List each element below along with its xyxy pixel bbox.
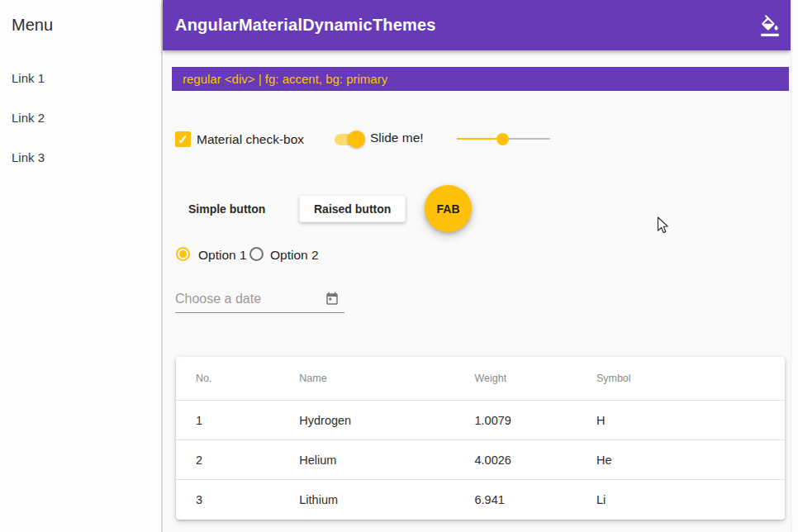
datepicker-toggle-button[interactable] — [325, 292, 340, 306]
elements-table: No. Name Weight Symbol 1 Hydrogen 1.0079… — [176, 357, 785, 520]
table-row: 3 Lithium 6.941 Li — [176, 479, 785, 519]
cell-symbol: He — [577, 454, 785, 467]
date-placeholder: Choose a date — [175, 292, 261, 306]
format-color-fill-icon — [759, 15, 781, 36]
banner-text: regular <div> | fg: accent, bg: primary — [172, 72, 387, 86]
table-row: 1 Hydrogen 1.0079 H — [176, 400, 785, 439]
cell-name: Helium — [279, 454, 454, 467]
column-header-name: Name — [279, 373, 454, 384]
theme-fill-button[interactable] — [756, 12, 784, 40]
simple-button[interactable]: Simple button — [176, 194, 278, 224]
scrollbar[interactable] — [791, 0, 798, 532]
theme-demo-banner: regular <div> | fg: accent, bg: primary — [172, 67, 789, 91]
cell-symbol: H — [577, 414, 785, 427]
mouse-cursor-icon — [657, 216, 669, 235]
cell-name: Hydrogen — [279, 414, 454, 427]
cell-no: 2 — [176, 454, 279, 467]
material-checkbox[interactable]: ✓ — [175, 131, 191, 147]
cell-name: Lithium — [279, 493, 454, 506]
sidebar-item-link2[interactable]: Link 2 — [12, 111, 45, 125]
table-header-row: No. Name Weight Symbol — [176, 357, 785, 400]
radio-option-1-label[interactable]: Option 1 — [198, 248, 247, 263]
date-underline — [175, 312, 344, 313]
slider[interactable] — [457, 132, 550, 145]
sidebar-menu-title: Menu — [12, 16, 53, 35]
slider-thumb[interactable] — [496, 133, 509, 145]
cell-no: 3 — [176, 493, 279, 506]
cell-no: 1 — [176, 414, 279, 427]
column-header-weight: Weight — [455, 373, 577, 384]
cell-weight: 6.941 — [455, 493, 577, 506]
calendar-icon — [325, 292, 340, 306]
radio-selected-dot — [179, 250, 187, 258]
column-header-symbol: Symbol — [577, 373, 785, 384]
radio-option-2-label[interactable]: Option 2 — [270, 248, 319, 263]
app-toolbar: AngularMaterialDynamicThemes — [163, 0, 791, 50]
column-header-no: No. — [176, 373, 279, 384]
slide-toggle-label[interactable]: Slide me! — [370, 131, 424, 145]
cell-symbol: Li — [577, 493, 785, 506]
sidebar-item-link1[interactable]: Link 1 — [12, 71, 45, 85]
page-title: AngularMaterialDynamicThemes — [163, 16, 436, 35]
checkbox-label[interactable]: Material check-box — [197, 132, 304, 147]
cell-weight: 4.0026 — [455, 454, 577, 467]
date-input[interactable]: Choose a date — [175, 289, 344, 313]
fab-button[interactable]: FAB — [425, 185, 472, 232]
sidebar-item-link3[interactable]: Link 3 — [12, 150, 45, 164]
table-row: 2 Helium 4.0026 He — [176, 439, 785, 479]
slider-fill — [457, 138, 502, 140]
checkmark-icon: ✓ — [178, 133, 188, 145]
radio-option-2[interactable] — [249, 247, 264, 261]
sidebar: Menu Link 1 Link 2 Link 3 — [0, 0, 163, 532]
radio-option-1[interactable] — [176, 247, 190, 261]
raised-button[interactable]: Raised button — [299, 195, 406, 222]
cell-weight: 1.0079 — [455, 414, 577, 427]
slide-toggle-thumb[interactable] — [348, 131, 365, 148]
